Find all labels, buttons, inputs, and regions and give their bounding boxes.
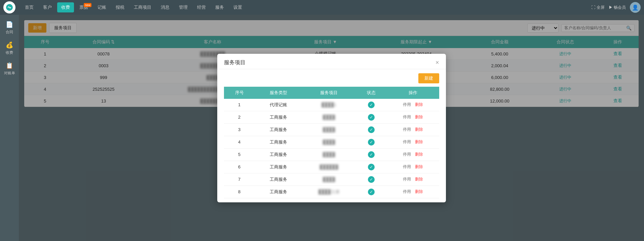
logo xyxy=(3,1,15,13)
sidebar-item-label-contract: 合同 xyxy=(6,30,13,35)
sidebar-item-charge[interactable]: 💰 收费 xyxy=(1,39,18,58)
sidebar-item-label-charge: 收费 xyxy=(6,50,13,55)
stop-button[interactable]: 停用 xyxy=(403,152,411,157)
layout: 📄 合同 💰 收费 📋 对账单 新增 服务项目 进行中 已完成 已终止 xyxy=(0,15,644,241)
modal-cell-action: 停用 删除 xyxy=(387,161,439,173)
modal-table: 序号 服务类型 服务项目 状态 操作 1 代理记账 ████1 ✓ xyxy=(224,87,439,198)
stop-button[interactable]: 停用 xyxy=(403,176,411,182)
modal-cell-seq: 2 xyxy=(224,111,255,123)
nav-item-ticket[interactable]: 票据 new xyxy=(75,2,92,12)
modal-cell-status: ✓ xyxy=(356,173,387,186)
modal-cell-action: 停用 删除 xyxy=(387,99,439,111)
badge-new: new xyxy=(84,3,91,7)
list-item: 4 工商服务 ████ ✓ 停用 删除 xyxy=(224,136,439,148)
modal-cell-status: ✓ xyxy=(356,99,387,111)
modal-cell-item: ██████ xyxy=(302,161,356,173)
charge-icon: 💰 xyxy=(6,41,13,49)
modal-cell-status: ✓ xyxy=(356,111,387,123)
modal-header: 服务项目 × xyxy=(217,54,446,69)
list-item: 2 工商服务 ████ ✓ 停用 删除 xyxy=(224,111,439,123)
status-check-icon: ✓ xyxy=(368,139,375,146)
modal-title: 服务项目 xyxy=(224,59,245,66)
stop-button[interactable]: 停用 xyxy=(403,189,411,195)
delete-button[interactable]: 删除 xyxy=(415,164,423,170)
stop-button[interactable]: 停用 xyxy=(403,139,411,145)
modal-cell-item: ████ xyxy=(302,136,356,148)
modal-cell-type: 工商服务 xyxy=(255,148,302,161)
nav-item-message[interactable]: 消息 xyxy=(157,2,174,12)
modal-cell-seq: 4 xyxy=(224,136,255,148)
modal-th-seq: 序号 xyxy=(224,87,255,99)
stop-button[interactable]: 停用 xyxy=(403,127,411,132)
modal-cell-item: ████ xyxy=(302,111,356,123)
member-icon[interactable]: ▶ 畅会员 xyxy=(609,5,626,10)
status-check-icon: ✓ xyxy=(368,151,375,158)
modal-cell-status: ✓ xyxy=(356,123,387,136)
avatar[interactable]: 👤 xyxy=(630,2,641,13)
status-check-icon: ✓ xyxy=(368,114,375,121)
nav-item-customer[interactable]: 客户 xyxy=(39,2,56,12)
modal-cell-status: ✓ xyxy=(356,136,387,148)
nav-item-commerce[interactable]: 工商项目 xyxy=(130,2,155,12)
status-check-icon: ✓ xyxy=(368,176,375,183)
modal-th-status: 状态 xyxy=(356,87,387,99)
nav-item-home[interactable]: 首页 xyxy=(21,2,38,12)
status-check-icon: ✓ xyxy=(368,126,375,133)
modal-cell-action: 停用 删除 xyxy=(387,173,439,186)
modal-th-type: 服务类型 xyxy=(255,87,302,99)
reconcile-icon: 📋 xyxy=(6,62,13,69)
modal-cell-status: ✓ xyxy=(356,186,387,198)
modal-cell-action: 停用 删除 xyxy=(387,186,439,198)
delete-button[interactable]: 删除 xyxy=(415,114,423,120)
sidebar-item-label-reconcile: 对账单 xyxy=(4,71,15,76)
modal-cell-action: 停用 删除 xyxy=(387,111,439,123)
delete-button[interactable]: 删除 xyxy=(415,102,423,108)
list-item: 6 工商服务 ██████ ✓ 停用 删除 xyxy=(224,161,439,173)
modal-body: 新建 序号 服务类型 服务项目 状态 操作 xyxy=(217,69,446,202)
nav-item-operation[interactable]: 经营 xyxy=(193,2,210,12)
nav-items: 首页 客户 收费 票据 new 记账 报税 工商项目 消息 管理 经营 服务 设… xyxy=(21,2,591,12)
stop-button[interactable]: 停用 xyxy=(403,114,411,120)
modal-cell-type: 代理记账 xyxy=(255,99,302,111)
nav-item-service[interactable]: 服务 xyxy=(211,2,228,12)
modal-cell-action: 停用 删除 xyxy=(387,123,439,136)
nav-item-charge[interactable]: 收费 xyxy=(57,2,74,12)
modal-cell-seq: 3 xyxy=(224,123,255,136)
sidebar-item-contract[interactable]: 📄 合同 xyxy=(1,18,18,37)
modal-overlay[interactable]: 服务项目 × 新建 序号 服务类型 服务项目 状态 xyxy=(19,15,644,241)
nav-item-manage[interactable]: 管理 xyxy=(175,2,192,12)
modal-cell-status: ✓ xyxy=(356,161,387,173)
sidebar-item-reconcile[interactable]: 📋 对账单 xyxy=(1,59,18,78)
modal-close-button[interactable]: × xyxy=(435,59,439,66)
delete-button[interactable]: 删除 xyxy=(415,127,423,132)
stop-button[interactable]: 停用 xyxy=(403,164,411,170)
nav-item-settings[interactable]: 设置 xyxy=(229,2,246,12)
modal-new-button[interactable]: 新建 xyxy=(418,73,439,83)
delete-button[interactable]: 删除 xyxy=(415,189,423,195)
modal-cell-type: 工商服务 xyxy=(255,186,302,198)
nav-item-bookkeep[interactable]: 记账 xyxy=(93,2,110,12)
modal-cell-seq: 8 xyxy=(224,186,255,198)
nav-item-tax[interactable]: 报税 xyxy=(112,2,128,12)
modal-toolbar: 新建 xyxy=(224,73,439,83)
status-check-icon: ✓ xyxy=(368,189,375,195)
status-check-icon: ✓ xyxy=(368,102,375,108)
modal: 服务项目 × 新建 序号 服务类型 服务项目 状态 xyxy=(217,54,446,202)
delete-button[interactable]: 删除 xyxy=(415,152,423,157)
modal-cell-seq: 7 xyxy=(224,173,255,186)
modal-cell-type: 工商服务 xyxy=(255,173,302,186)
delete-button[interactable]: 删除 xyxy=(415,139,423,145)
top-nav: 首页 客户 收费 票据 new 记账 报税 工商项目 消息 管理 经营 服务 设… xyxy=(0,0,644,15)
top-nav-right: ⛶ 全屏 ▶ 畅会员 👤 xyxy=(591,2,641,13)
list-item: 5 工商服务 ████ ✓ 停用 删除 xyxy=(224,148,439,161)
stop-button[interactable]: 停用 xyxy=(403,102,411,108)
modal-cell-type: 工商服务 xyxy=(255,161,302,173)
status-check-icon: ✓ xyxy=(368,164,375,170)
main-content: 新增 服务项目 进行中 已完成 已终止 🔍 xyxy=(19,15,644,241)
modal-cell-item: ████注册 xyxy=(302,186,356,198)
modal-cell-item: ████ xyxy=(302,148,356,161)
fullscreen-icon[interactable]: ⛶ 全屏 xyxy=(591,5,604,10)
modal-cell-seq: 6 xyxy=(224,161,255,173)
sidebar: 📄 合同 💰 收费 📋 对账单 xyxy=(0,15,19,241)
delete-button[interactable]: 删除 xyxy=(415,176,423,182)
